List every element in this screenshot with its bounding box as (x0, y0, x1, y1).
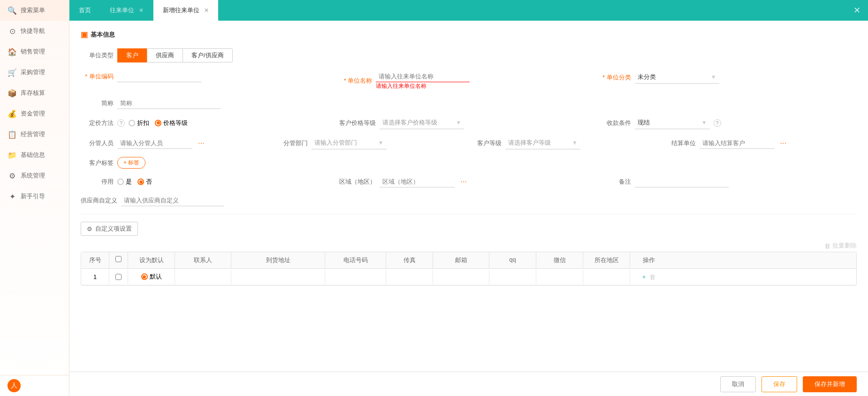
sidebar-item-quicknav[interactable]: ⊙ 快捷导航 (0, 21, 69, 41)
field-region: 区域（地区） ··· (339, 176, 598, 187)
default-radio-item[interactable]: 默认 (141, 272, 162, 281)
custom-settings-button[interactable]: ⚙ 自定义项设置 (81, 222, 138, 236)
tab-list-close[interactable]: ✕ (139, 7, 144, 14)
sidebar-item-inventory[interactable]: 📦 库存核算 (0, 83, 69, 103)
disabled-no-option[interactable]: 否 (137, 178, 152, 186)
unit-type-supplier[interactable]: 供应商 (147, 48, 183, 62)
sidebar-item-sales[interactable]: 🏠 销售管理 (0, 41, 69, 62)
name-error-msg: 请输入往来单位名称 (376, 82, 470, 90)
row-disabled-region: 停用 是 否 区域（地区） ··· (81, 176, 857, 187)
batch-delete-area: 🗑 批量删除 (81, 241, 857, 250)
settlement-unit-label: 结算单位 (663, 139, 696, 148)
tab-new[interactable]: 新增往来单位 ✕ (153, 0, 218, 21)
shortname-input[interactable] (117, 98, 221, 109)
code-input[interactable]: 000009 (117, 71, 202, 82)
contact-input[interactable] (179, 273, 227, 280)
th-address: 到货地址 (231, 252, 325, 268)
chevron-down-icon: ▼ (456, 119, 461, 126)
th-wechat: 微信 (536, 252, 583, 268)
tab-new-close[interactable]: ✕ (204, 7, 209, 14)
qq-input[interactable] (493, 273, 532, 280)
disabled-yes-option[interactable]: 是 (117, 178, 132, 186)
td-contact (175, 270, 231, 284)
td-check (109, 270, 128, 284)
discount-radio[interactable] (129, 120, 135, 126)
wechat-input[interactable] (540, 273, 579, 280)
chevron-down-icon: ▼ (378, 140, 384, 146)
region-input[interactable] (380, 176, 455, 187)
row-checkbox[interactable] (115, 274, 122, 280)
address-input[interactable] (235, 273, 321, 280)
sidebar-item-label: 销售管理 (21, 47, 45, 56)
th-contact: 联系人 (175, 252, 231, 268)
name-field-wrapper: 请输入往来单位名称 (376, 71, 470, 90)
save-add-button[interactable]: 保存并新增 (803, 376, 857, 392)
delete-row-icon[interactable]: 🗑 (649, 273, 655, 280)
sidebar-item-operations[interactable]: 📋 经营管理 (0, 124, 69, 145)
th-phone: 电话号码 (325, 252, 386, 268)
sidebar-item-basic[interactable]: 📁 基础信息 (0, 145, 69, 165)
pricing-level-option[interactable]: 价格等级 (155, 119, 188, 127)
add-tag-button[interactable]: + 标签 (117, 157, 145, 169)
remark-input[interactable] (635, 176, 729, 187)
field-customer-level: 客户等级 请选择客户等级 ▼ (469, 137, 663, 149)
row-region-input[interactable] (587, 273, 626, 280)
field-name: * 单位名称 请输入往来单位名称 (339, 71, 598, 90)
select-all-checkbox[interactable] (115, 256, 122, 262)
row-manager: 分管人员 ··· 分管部门 请输入分管部门 ▼ 客户等级 请选择客户等级 ▼ (81, 137, 857, 149)
phone-input[interactable] (329, 273, 382, 280)
chevron-down-icon: ▼ (572, 140, 578, 146)
add-row-icon[interactable]: + (642, 273, 646, 280)
cancel-button[interactable]: 取消 (720, 376, 756, 392)
save-button[interactable]: 保存 (761, 376, 797, 392)
pricing-discount-option[interactable]: 折扣 (129, 119, 149, 127)
region-more-icon[interactable]: ··· (458, 178, 468, 186)
unit-type-both[interactable]: 客户/供应商 (183, 48, 233, 62)
settlement-unit-input[interactable] (700, 138, 775, 149)
sidebar-item-newbie[interactable]: ✦ 新手引导 (0, 186, 69, 207)
fax-input[interactable] (390, 273, 429, 280)
sidebar-item-search[interactable]: 🔍 搜索菜单 (0, 0, 69, 21)
sidebar-item-finance[interactable]: 💰 资金管理 (0, 103, 69, 124)
payment-terms-select[interactable]: 现结 ▼ (635, 116, 710, 129)
unit-type-customer[interactable]: 客户 (117, 48, 147, 62)
price-level-radio[interactable] (155, 120, 161, 126)
td-default: 默认 (128, 269, 175, 285)
customer-level-select[interactable]: 请选择客户等级 ▼ (505, 137, 580, 149)
tag-label: 客户标签 (81, 159, 114, 167)
category-select[interactable]: 未分类 ▼ (635, 71, 719, 84)
home-icon: ⊙ (8, 26, 17, 36)
field-department: 分管部门 请输入分管部门 ▼ (275, 137, 469, 149)
disabled-no-radio[interactable] (137, 179, 144, 185)
pricing-help-icon[interactable]: ? (117, 119, 125, 127)
sidebar-item-label: 新手引导 (21, 192, 45, 201)
td-address (231, 270, 325, 284)
customer-price-level-label: 客户价格等级 (339, 119, 376, 127)
code-label: * 单位编码 (81, 72, 114, 81)
field-supplier-custom: 供应商自定义 (81, 195, 224, 206)
settlement-unit-more-icon[interactable]: ··· (778, 139, 788, 148)
manager-more-icon[interactable]: ··· (196, 139, 206, 148)
user-avatar[interactable]: 人 (8, 379, 21, 392)
name-input[interactable] (376, 71, 470, 82)
sidebar: 🔍 搜索菜单 ⊙ 快捷导航 🏠 销售管理 🛒 采购管理 📦 库存核算 💰 资金管… (0, 0, 69, 396)
field-manager: 分管人员 ··· (81, 138, 275, 149)
disabled-yes-radio[interactable] (117, 179, 124, 185)
sidebar-item-purchase[interactable]: 🛒 采购管理 (0, 62, 69, 83)
payment-help-icon[interactable]: ? (714, 119, 721, 127)
supplier-custom-label: 供应商自定义 (81, 196, 117, 205)
manager-input[interactable] (117, 138, 192, 149)
tab-home[interactable]: 首页 (69, 0, 100, 21)
supplier-custom-input[interactable] (121, 195, 224, 206)
tab-list[interactable]: 往来单位 ✕ (100, 0, 153, 21)
sidebar-item-system[interactable]: ⚙ 系统管理 (0, 165, 69, 186)
default-radio[interactable] (141, 273, 148, 280)
email-input[interactable] (437, 273, 485, 280)
shortname-label: 简称 (81, 99, 114, 108)
customer-price-level-select[interactable]: 请选择客户价格等级 ▼ (380, 116, 464, 129)
field-payment-terms: 收款条件 现结 ▼ ? (598, 116, 857, 129)
batch-delete-label[interactable]: 批量删除 (832, 241, 857, 250)
td-qq (489, 270, 536, 284)
close-main-button[interactable]: ✕ (846, 0, 868, 21)
department-select[interactable]: 请输入分管部门 ▼ (312, 137, 387, 149)
